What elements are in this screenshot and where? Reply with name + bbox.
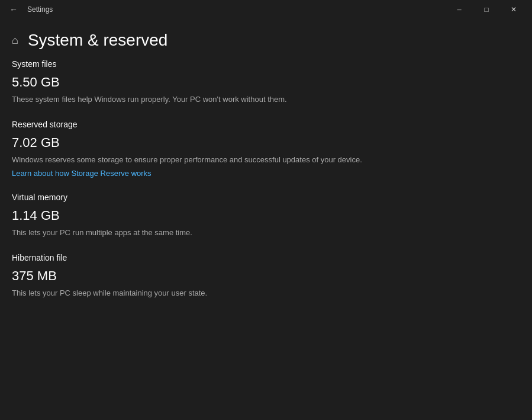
hibernation-file-section: Hibernation file 375 MB This lets your P… [12,253,520,299]
storage-reserve-link[interactable]: Learn about how Storage Reserve works [12,169,151,178]
system-files-title: System files [12,59,520,69]
back-button[interactable]: ← [5,2,22,17]
close-icon [511,5,517,14]
system-files-size: 5.50 GB [12,75,520,90]
title-bar-left: ← Settings [5,2,53,17]
title-bar-title: Settings [27,5,53,14]
system-files-section: System files 5.50 GB These system files … [12,59,520,105]
hibernation-file-title: Hibernation file [12,253,520,262]
home-icon: ⌂ [12,34,18,47]
reserved-storage-size: 7.02 GB [12,135,520,150]
minimize-button[interactable] [446,0,473,19]
virtual-memory-section: Virtual memory 1.14 GB This lets your PC… [12,193,520,239]
close-button[interactable] [500,0,527,19]
title-bar: ← Settings [0,0,532,19]
maximize-icon [484,5,488,14]
virtual-memory-size: 1.14 GB [12,208,520,223]
page-header: ⌂ System & reserved [0,19,532,59]
virtual-memory-title: Virtual memory [12,193,520,202]
hibernation-file-description: This lets your PC sleep while maintainin… [12,287,391,299]
title-bar-controls [446,0,527,19]
page-title: System & reserved [28,31,168,50]
hibernation-file-size: 375 MB [12,268,520,284]
virtual-memory-description: This lets your PC run multiple apps at t… [12,227,391,239]
reserved-storage-title: Reserved storage [12,120,520,129]
maximize-button[interactable] [473,0,500,19]
minimize-icon [457,5,461,14]
system-files-description: These system files help Windows run prop… [12,94,391,105]
reserved-storage-section: Reserved storage 7.02 GB Windows reserve… [12,120,520,179]
reserved-storage-description: Windows reserves some storage to ensure … [12,154,391,166]
main-content: System files 5.50 GB These system files … [0,59,532,299]
